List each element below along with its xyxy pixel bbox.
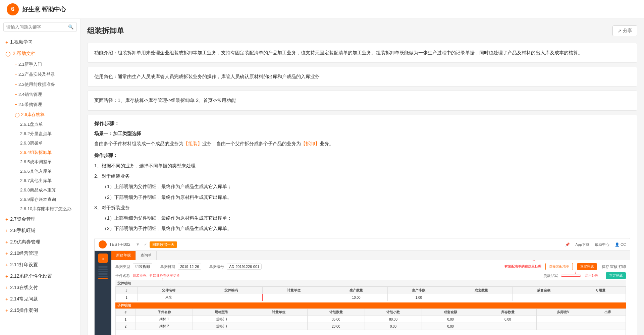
- ss-tab-new[interactable]: 新建单据: [111, 251, 136, 260]
- search-button[interactable]: 🔍: [65, 22, 76, 32]
- table-row: 1 米米 10.00 1.00: [116, 294, 626, 301]
- ss-th-prod-dec: 生产小数: [387, 287, 450, 294]
- sidebar-item-2-13[interactable]: + 2.13在线支付: [0, 282, 80, 293]
- sidebar-item-2-3[interactable]: +2.3使用前数据准备: [9, 79, 80, 90]
- ss-code-input[interactable]: AD-20191226-001: [227, 264, 262, 270]
- sidebar-item-2-6-6[interactable]: 2.6.6其他入库单: [15, 167, 80, 176]
- ss-user: 👤 CC: [615, 242, 626, 247]
- ss-content-area: 新建单据 查询单 单据类型 组装拆卸 单据日期 2019-12-26: [111, 251, 630, 335]
- ss-ltd-no2: 2: [116, 323, 136, 330]
- ss-tab-query[interactable]: 查询单: [136, 251, 157, 260]
- sidebar-item-videos[interactable]: + 1.视频学习: [0, 37, 80, 48]
- sidebar-item-2-4[interactable]: +2.4销售管理: [9, 90, 80, 100]
- ss-lth-set-amt: 成套金额: [422, 309, 479, 316]
- ss-ltd-actual: [536, 316, 590, 323]
- plus-icon-sm: +: [15, 102, 17, 107]
- share-icon: ↗: [618, 28, 622, 34]
- role-card: 使用角色：通常由生产人员或库管人员完成拆装业务的操作，库管人员确认原材料的出库和…: [87, 67, 637, 87]
- sidebar-item-2-7[interactable]: + 2.7资金管理: [0, 214, 80, 225]
- ss-td-fcode[interactable]: [200, 294, 262, 301]
- ss-ltd-pdec: 80.00: [365, 316, 422, 323]
- sidebar-item-2-6[interactable]: ◯2.6库存核算: [9, 110, 80, 120]
- ss-nav-line5: [98, 276, 108, 277]
- annotation-assemble: 组装业务、拆卸业务在这里切换: [133, 273, 180, 278]
- ss-date-input[interactable]: 2019-12-26: [178, 264, 201, 270]
- ss-form-row-2: 子件名称 组装业务、拆卸业务在这里切换 货款品写 启用处理 立定完成: [115, 272, 626, 279]
- ss-upper-table-wrap: 父件明细 # 父件名称 父件编码 计量单位 生产数量: [115, 280, 626, 301]
- screenshot-container: TEST-H002 ▼ ✓ 同期数据一天 📌 App下载 帮助中心 👤 CC ⌂: [94, 238, 630, 335]
- sidebar-item-2-6-2[interactable]: 2.6.2分量盘点单: [15, 129, 80, 138]
- ss-topbar: TEST-H002 ▼ ✓ 同期数据一天 📌 App下载 帮助中心 👤 CC: [95, 238, 630, 251]
- ss-lth-stock: 库存数量: [479, 309, 537, 316]
- sidebar-item-label: 2.7资金管理: [10, 216, 35, 222]
- sidebar-item-2-11[interactable]: + 2.11打印设置: [0, 259, 80, 271]
- sidebar-item-2-6-7[interactable]: 2.6.7其他出库单: [15, 176, 80, 185]
- ss-ltd-spec2: 规格(+): [193, 323, 250, 330]
- sidebar-item-2-5[interactable]: +2.5采购管理: [9, 100, 80, 110]
- plus-icon-sm: +: [15, 92, 17, 97]
- sidebar-item-2-12[interactable]: + 2.12系统个性化设置: [0, 271, 80, 282]
- sidebar-item-label: 2.9优惠券管理: [10, 239, 40, 245]
- ss-divider: ▼: [136, 242, 140, 247]
- ss-lth-plan-qty: 计划数量: [307, 309, 365, 316]
- path-card: 页面路径：1、库存核算->库存管理->组装拆卸单 2、首页->常用功能: [87, 91, 637, 110]
- ss-ltd-samt: 0.00: [422, 316, 479, 323]
- logo-text: 好生意 帮助中心: [22, 5, 66, 13]
- sidebar-item-2-6-9[interactable]: 2.6.9库存账本查询: [15, 195, 80, 204]
- sidebar-item-2-15[interactable]: + 2.15操作案例: [0, 305, 80, 316]
- header: 6 好生意 帮助中心: [0, 0, 644, 19]
- ss-ltd-actual2: [536, 323, 590, 330]
- plus-icon: +: [5, 40, 8, 45]
- sidebar-item-2-10[interactable]: + 2.10经营管理: [0, 248, 80, 259]
- sidebar-item-2-2[interactable]: +2.2产品安装及登录: [9, 69, 80, 79]
- ss-upper-table-title: 父件明细: [115, 280, 626, 287]
- sidebar-item-docs[interactable]: ◯ 2.帮助文档: [0, 48, 80, 59]
- plus-icon: +: [5, 251, 8, 256]
- plus-icon-sm: +: [15, 62, 17, 67]
- ss-lth-no: #: [116, 309, 136, 316]
- content-header: 组装拆卸单 ↗ 分享: [87, 25, 637, 36]
- sidebar-item-label: 2.12系统个性化设置: [10, 273, 52, 279]
- sidebar-item-2-6-5[interactable]: 2.6.5成本调整单: [15, 157, 80, 167]
- sidebar-item-2-9[interactable]: + 2.9优惠券管理: [0, 236, 80, 248]
- ss-goods-input[interactable]: [561, 275, 581, 277]
- sidebar-item-2-6-10[interactable]: 2.6.10库存账本错了怎么办: [15, 204, 80, 214]
- sidebar-item-2-6-8[interactable]: 2.6.8商品成本重算: [15, 185, 80, 195]
- ss-tabs: 新建单据 查询单: [111, 251, 630, 260]
- ss-th-set-qty: 成套数量: [450, 287, 513, 294]
- ops-section: 操作步骤： 场景一：加工类型选择 当由多个子件材料组装成一个成品的业务为【组装】…: [87, 115, 637, 335]
- ss-select-btn[interactable]: 选择装配清单: [545, 263, 573, 270]
- ss-date-label: 单据日期: [160, 264, 175, 269]
- share-button[interactable]: ↗ 分享: [612, 25, 637, 36]
- page-title: 组装拆卸单: [87, 26, 124, 36]
- sidebar-item-label: 1.视频学习: [10, 39, 33, 45]
- ss-lth-name: 子件名称: [136, 309, 193, 316]
- annotation-arrow-3: ↓: [574, 270, 576, 275]
- ss-lower-table-wrap: 子件明细 # 子件名称 规格型号 计量单位 计划数量: [115, 302, 626, 335]
- table-row: 1 期材 1 规格(+) 35.00 80.00 0.00 0.00: [116, 316, 626, 323]
- share-label: 分享: [623, 28, 632, 34]
- sidebar-item-label: 2.13在线支付: [10, 285, 38, 291]
- sidebar-item-2-1[interactable]: +2.1新手入门: [9, 59, 80, 69]
- sidebar-item-2-6-4[interactable]: 2.6.4组装拆卸单: [15, 148, 80, 157]
- table-row: 2 期材 2 规格(+) 20.00 0.00 0.00: [116, 323, 626, 330]
- ss-td-fname: 米米: [138, 294, 200, 301]
- ss-type-input[interactable]: 组装拆卸: [133, 263, 152, 270]
- ss-lth-plan-dec: 计划小数: [365, 309, 422, 316]
- ss-lower-table-title: 子件明细: [115, 302, 626, 309]
- ss-ltd-stock: 0.00: [479, 316, 537, 323]
- sidebar-item-2-14[interactable]: + 2.14常见问题: [0, 293, 80, 305]
- ss-nav-line: [98, 266, 108, 268]
- plus-icon: +: [5, 285, 8, 290]
- ss-confirm-btn[interactable]: 立定完成: [606, 272, 626, 279]
- sidebar-item-2-8[interactable]: + 2.8手机旺铺: [0, 225, 80, 236]
- sidebar-item-2-6-1[interactable]: 2.6.1盘点单: [15, 120, 80, 129]
- search-input[interactable]: [4, 22, 65, 32]
- sidebar-item-2-6-3[interactable]: 2.6.3调拨单: [15, 138, 80, 148]
- step-1: 1、根据不同的业务，选择不同单据的类型来处理: [94, 162, 630, 170]
- sidebar-item-label: 2.14常见问题: [10, 296, 38, 302]
- ss-finish-btn[interactable]: 立定完成: [577, 263, 597, 270]
- main-layout: 🔍 + 1.视频学习 ◯ 2.帮助文档 +2.1新手入门 +2.2产品安装及登录: [0, 19, 644, 335]
- ss-td-unit: [262, 294, 325, 301]
- ss-td-pdec: 1.00: [387, 294, 450, 301]
